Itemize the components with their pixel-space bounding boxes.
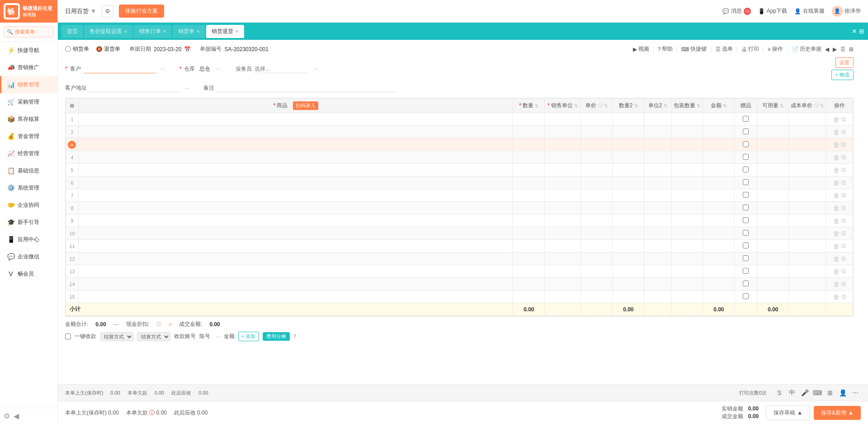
settings-bottom-icon[interactable]: ⚙: [4, 412, 10, 420]
sidebar-item-sales-mgmt[interactable]: 📊 销售管理: [0, 76, 57, 93]
tab-close-icon[interactable]: ✕: [196, 29, 200, 34]
tab-sales-return[interactable]: 销货退货 ✕: [206, 25, 244, 38]
scan-button[interactable]: 扫码录入: [293, 101, 318, 110]
warehouse-select-dots[interactable]: ···: [217, 66, 221, 72]
sidebar-item-member[interactable]: V 畅会员: [0, 265, 57, 282]
category-selector[interactable]: 日用百货 ▼: [65, 7, 96, 15]
sidebar-item-guide[interactable]: 🎓 新手引导: [0, 214, 57, 231]
gift-checkbox[interactable]: [743, 129, 749, 134]
tab-sales-bill[interactable]: 销货单 ✕: [173, 25, 205, 38]
delete-icon[interactable]: 🗑: [833, 129, 840, 136]
sort-icon[interactable]: ⇅: [664, 103, 667, 108]
copy-icon[interactable]: ⧉: [841, 229, 846, 237]
return-bill-radio-label[interactable]: 退货单: [96, 45, 120, 53]
calendar-icon[interactable]: 📅: [184, 46, 191, 52]
select-btn[interactable]: ☰ 选单: [716, 45, 733, 53]
save-draft-button[interactable]: 保存草稿 ▲: [766, 405, 810, 420]
gift-checkbox[interactable]: [743, 205, 749, 210]
experience-button[interactable]: 体验行业方案: [119, 5, 164, 18]
list-view-btn[interactable]: ☰: [840, 46, 845, 52]
copy-icon[interactable]: ⧉: [841, 204, 846, 212]
delete-icon[interactable]: 🗑: [833, 167, 840, 174]
cash-discount-info-icon[interactable]: ⓘ: [156, 321, 161, 328]
remark-input[interactable]: [217, 84, 398, 92]
copy-icon[interactable]: ⧉: [841, 153, 846, 161]
help-btn[interactable]: ? 帮助: [658, 45, 673, 53]
sort-icon[interactable]: ⇅: [634, 103, 638, 108]
delete-icon[interactable]: 🗑: [833, 293, 840, 300]
sidebar-item-inventory[interactable]: 📦 库存核算: [0, 110, 57, 128]
gift-checkbox[interactable]: [743, 255, 749, 261]
sidebar-item-marketing[interactable]: 📣 营销推广: [0, 59, 57, 76]
delete-icon[interactable]: 🗑: [833, 154, 840, 161]
gift-checkbox[interactable]: [743, 154, 749, 160]
salesperson-select-dots[interactable]: ···: [313, 66, 318, 72]
salesperson-input[interactable]: [255, 65, 309, 73]
return-bill-radio[interactable]: [96, 46, 102, 52]
address-dots[interactable]: ···: [184, 85, 189, 91]
product-input-new[interactable]: [80, 141, 511, 148]
col-settings[interactable]: ⚙: [66, 99, 79, 113]
sidebar-item-quick-nav[interactable]: ⚡ 快捷导航: [0, 42, 57, 59]
sidebar-item-fund[interactable]: 💰 资金管理: [0, 128, 57, 145]
delete-icon[interactable]: 🗑: [833, 230, 840, 237]
copy-icon[interactable]: ⧉: [841, 191, 846, 199]
delete-icon[interactable]: 🗑: [833, 268, 840, 275]
sidebar-item-basic[interactable]: 📋 基础信息: [0, 162, 57, 179]
print-btn[interactable]: 🖨 打印: [741, 45, 759, 53]
taskbar-keyboard-icon[interactable]: ⌨: [812, 387, 823, 398]
app-download-button[interactable]: 📱 App下载: [758, 7, 787, 15]
sort-icon[interactable]: ⇅: [535, 103, 538, 108]
gift-checkbox[interactable]: [743, 141, 749, 147]
grid-view-btn[interactable]: ⊞: [849, 46, 854, 52]
taskbar-mic-icon[interactable]: 🎤: [799, 387, 810, 398]
add-row-button[interactable]: +: [68, 141, 76, 149]
one-click-collect-checkbox[interactable]: [65, 333, 71, 339]
gift-checkbox[interactable]: [743, 192, 749, 198]
user-profile[interactable]: 👤 徐泽华: [832, 6, 861, 17]
copy-icon[interactable]: ⧉: [841, 128, 846, 136]
tab-price-settings[interactable]: 售价提取设置 ✕: [84, 25, 133, 38]
copy-icon[interactable]: ⧉: [841, 293, 846, 300]
sidebar-item-appcenter[interactable]: 📱 应用中心: [0, 231, 57, 248]
logistics-button[interactable]: + 物流: [831, 70, 854, 80]
gift-checkbox[interactable]: [743, 293, 749, 299]
calc-select[interactable]: 结算方式: [137, 332, 170, 341]
taskbar-more-icon[interactable]: ⋯: [850, 387, 861, 398]
address-input[interactable]: [90, 84, 180, 92]
gift-checkbox[interactable]: [743, 217, 749, 223]
sort-icon[interactable]: ⇅: [697, 103, 700, 108]
fee-help-icon[interactable]: ?: [293, 333, 297, 340]
sale-bill-radio-label[interactable]: 销货单: [65, 45, 89, 53]
sidebar-item-ops[interactable]: 📈 经营管理: [0, 145, 57, 162]
fee-split-button[interactable]: 费用分摊: [263, 332, 290, 341]
prev-btn[interactable]: ◀: [825, 46, 829, 52]
tab-close-active-icon[interactable]: ✕: [235, 29, 239, 34]
taskbar-grid-icon[interactable]: ⊞: [825, 387, 835, 398]
copy-icon[interactable]: ⧉: [841, 267, 846, 275]
copy-icon[interactable]: ⧉: [841, 217, 846, 224]
expand-tabs-button[interactable]: ⊞: [859, 28, 864, 35]
taskbar-person-icon[interactable]: 👤: [837, 387, 848, 398]
online-service-button[interactable]: 👤 在线客服: [794, 7, 825, 15]
gift-checkbox[interactable]: [743, 179, 749, 185]
tab-close-icon[interactable]: ✕: [124, 29, 127, 34]
gift-checkbox[interactable]: [743, 243, 749, 248]
account-dots[interactable]: ···: [216, 333, 220, 340]
gift-checkbox[interactable]: [743, 281, 749, 286]
copy-icon[interactable]: ⧉: [841, 141, 846, 148]
delete-icon[interactable]: 🗑: [833, 217, 840, 224]
next-btn[interactable]: ▶: [833, 46, 837, 52]
sidebar-item-purchase-mgmt[interactable]: 🛒 采购管理: [0, 93, 57, 110]
copy-icon[interactable]: ⧉: [841, 115, 846, 123]
gift-checkbox[interactable]: [743, 116, 749, 122]
close-all-tabs-button[interactable]: ✕: [852, 28, 857, 35]
sort-icon[interactable]: ⇅: [574, 103, 578, 108]
sale-bill-radio[interactable]: [65, 46, 71, 52]
sort-icon[interactable]: ⇅: [820, 103, 824, 108]
tab-home[interactable]: 首页: [61, 25, 83, 38]
copy-icon[interactable]: ⧉: [841, 280, 846, 288]
notification-button[interactable]: 💬 消息 70: [722, 7, 751, 15]
copy-icon[interactable]: ⧉: [841, 166, 846, 174]
tab-close-icon[interactable]: ✕: [163, 29, 166, 34]
